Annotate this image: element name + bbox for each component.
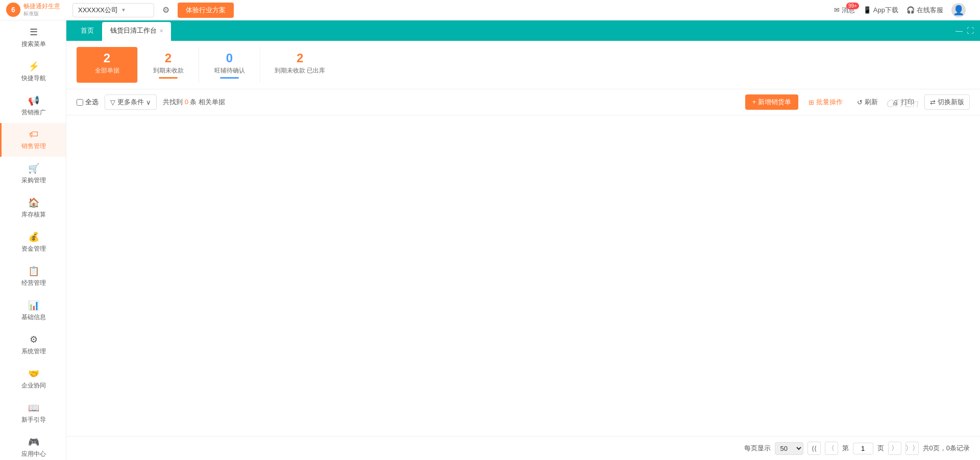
sidebar-icon-system: ⚙ (30, 334, 38, 345)
company-selector[interactable]: XXXXXX公司 ▼ (72, 3, 154, 17)
toolbar: 全选 ▽ 更多条件 ∨ 共找到 0 条 相关单据 + 新增销货单 ⊞ 批量操作 (66, 89, 980, 115)
settings-icon[interactable]: ⚙ (158, 3, 174, 18)
logo-title: 畅捷通好生意 (23, 3, 60, 10)
first-page-button[interactable]: ⟨⟨ (807, 442, 821, 455)
last-page-button[interactable]: 〉〉 (905, 442, 919, 455)
online-service-button[interactable]: 🎧 在线客服 (906, 6, 943, 15)
summary-card-3[interactable]: 2 到期未收款 已出库 (260, 47, 339, 83)
tab-bar: 首页 钱货日清工作台 × — ⛶ (66, 20, 980, 41)
next-page-button[interactable]: 〉 (888, 442, 901, 455)
page-suffix: 页 (877, 444, 884, 453)
sidebar-item-finance[interactable]: 💰 资金管理 (0, 225, 66, 259)
company-name: XXXXXX公司 (78, 6, 118, 15)
page-label: 第 (842, 444, 849, 453)
sidebar-icon-quick-nav: ⚡ (28, 61, 39, 72)
select-all-checkbox[interactable]: 全选 (77, 98, 99, 107)
summary-number-3: 2 (275, 51, 325, 65)
summary-number-1: 2 (152, 51, 184, 65)
summary-number-2: 0 (213, 51, 246, 65)
checkbox-input[interactable] (77, 99, 83, 106)
sidebar-item-system[interactable]: ⚙ 系统管理 (0, 328, 66, 362)
sidebar-icon-operations: 📋 (28, 265, 39, 277)
sidebar-item-guide[interactable]: 📖 新手引导 (0, 396, 66, 430)
toolbar-right: + 新增销货单 ⊞ 批量操作 ↺ 刷新 🖨 打印 ⇄ (745, 94, 970, 110)
summary-bar: 2 全部单据 2 到期未收款 0 旺辅待确认 2 到期未收款 已出库 (66, 41, 980, 89)
sidebar-item-search[interactable]: ☰ 搜索菜单 (0, 20, 66, 55)
filter-chevron-icon: ∨ (146, 99, 151, 106)
sidebar-label-inventory: 库存核算 (21, 210, 46, 219)
page-content: 2 全部单据 2 到期未收款 0 旺辅待确认 2 到期未收款 已出库 全选 ▽ … (66, 41, 980, 460)
found-text: 共找到 0 条 相关单据 (163, 98, 225, 107)
tab-home[interactable]: 首页 (72, 22, 102, 39)
sidebar-item-inventory[interactable]: 🏠 库存核算 (0, 191, 66, 225)
sidebar-item-operations[interactable]: 📋 经营管理 (0, 259, 66, 294)
sidebar-icon-marketing: 📢 (28, 95, 39, 106)
logo: 6 畅捷通好生意 标准版 (6, 3, 72, 17)
page-number-input[interactable] (853, 443, 873, 454)
top-bar: 6 畅捷通好生意 标准版 XXXXXX公司 ▼ ⚙ 体验行业方案 ✉ 消息 99… (0, 0, 980, 20)
sidebar-label-finance: 资金管理 (21, 245, 46, 253)
tab-close-icon[interactable]: × (160, 28, 163, 34)
sidebar-label-sales: 销售管理 (21, 142, 46, 151)
sidebar-item-cooperation[interactable]: 🤝 企业协同 (0, 362, 66, 396)
main-content: 首页 钱货日清工作台 × — ⛶ 2 全部单据 2 到期未收款 0 旺辅待确认 … (66, 20, 980, 460)
filter-button[interactable]: ▽ 更多条件 ∨ (105, 94, 157, 110)
sidebar-label-purchase: 采购管理 (21, 176, 46, 185)
message-button[interactable]: ✉ 消息 99+ (834, 6, 855, 15)
sidebar-icon-base-info: 📊 (28, 300, 39, 311)
sidebar-item-sales[interactable]: 🏷 销售管理 (0, 123, 66, 157)
top-right-area: ✉ 消息 99+ 📱 App下载 🎧 在线客服 👤 (834, 3, 974, 17)
filter-icon: ▽ (110, 99, 115, 106)
summary-card-0[interactable]: 2 全部单据 (77, 47, 138, 83)
underline-bar-2 (220, 77, 239, 79)
trial-button[interactable]: 体验行业方案 (178, 3, 234, 18)
service-icon: 🎧 (906, 6, 915, 14)
tab-active[interactable]: 钱货日清工作台 × (102, 22, 171, 41)
summary-card-1[interactable]: 2 到期未收款 (138, 47, 199, 83)
switch-icon: ⇄ (930, 99, 936, 106)
sidebar-icon-cooperation: 🤝 (28, 368, 39, 379)
per-page-label: 每页显示 (744, 444, 771, 453)
sidebar-label-app-center: 应用中心 (21, 450, 46, 458)
refresh-button[interactable]: ↺ 刷新 (853, 95, 882, 109)
sidebar-item-purchase[interactable]: 🛒 采购管理 (0, 157, 66, 191)
sidebar-item-app-center[interactable]: 🎮 应用中心 (0, 430, 66, 460)
sidebar-item-base-info[interactable]: 📊 基础信息 (0, 294, 66, 328)
download-icon: 📱 (863, 6, 871, 14)
underline-bar-1 (159, 77, 178, 79)
tab-controls: — ⛶ (955, 27, 974, 35)
sidebar-label-marketing: 营销推广 (21, 108, 46, 117)
sidebar-item-quick-nav[interactable]: ⚡ 快捷导航 (0, 55, 66, 89)
per-page-select[interactable]: 50 20 100 (775, 442, 803, 455)
sidebar-label-guide: 新手引导 (21, 416, 46, 424)
total-label: 共0页，0条记录 (923, 444, 970, 453)
batch-operation-button[interactable]: ⊞ 批量操作 (804, 95, 847, 109)
app-download-button[interactable]: 📱 App下载 (863, 6, 898, 15)
sidebar-item-marketing[interactable]: 📢 营销推广 (0, 89, 66, 123)
select-all-label: 全选 (85, 98, 99, 107)
add-sale-order-button[interactable]: + 新增销货单 (745, 94, 798, 110)
print-button[interactable]: 🖨 打印 (888, 95, 918, 109)
sidebar-icon-guide: 📖 (28, 402, 39, 414)
sidebar-label-base-info: 基础信息 (21, 313, 46, 322)
switch-version-button[interactable]: ⇄ 切换新版 (924, 94, 970, 110)
pagination-bar: 每页显示 50 20 100 ⟨⟨ 〈 第 页 〉 〉〉 共0页，0条记录 (66, 436, 980, 460)
logo-sub: 标准版 (23, 10, 60, 17)
summary-label-3: 到期未收款 已出库 (275, 66, 325, 75)
sidebar: ☰ 搜索菜单 ⚡ 快捷导航 📢 营销推广 🏷 销售管理 🛒 采购管理 🏠 库存核… (0, 20, 66, 460)
summary-label-1: 到期未收款 (152, 66, 184, 75)
summary-card-2[interactable]: 0 旺辅待确认 (199, 47, 260, 83)
sidebar-icon-search: ☰ (30, 27, 38, 38)
summary-label-2: 旺辅待确认 (213, 66, 246, 75)
prev-page-button[interactable]: 〈 (825, 442, 838, 455)
summary-number-0: 2 (91, 51, 123, 65)
avatar-icon: 👤 (953, 5, 964, 16)
message-icon: ✉ (834, 6, 840, 14)
tab-minimize-icon[interactable]: — (955, 27, 963, 35)
tab-expand-icon[interactable]: ⛶ (967, 27, 974, 35)
batch-icon: ⊞ (808, 99, 814, 106)
print-icon: 🖨 (892, 99, 899, 106)
found-count: 0 (185, 98, 188, 106)
avatar[interactable]: 👤 (951, 3, 966, 17)
chevron-down-icon: ▼ (121, 7, 126, 13)
